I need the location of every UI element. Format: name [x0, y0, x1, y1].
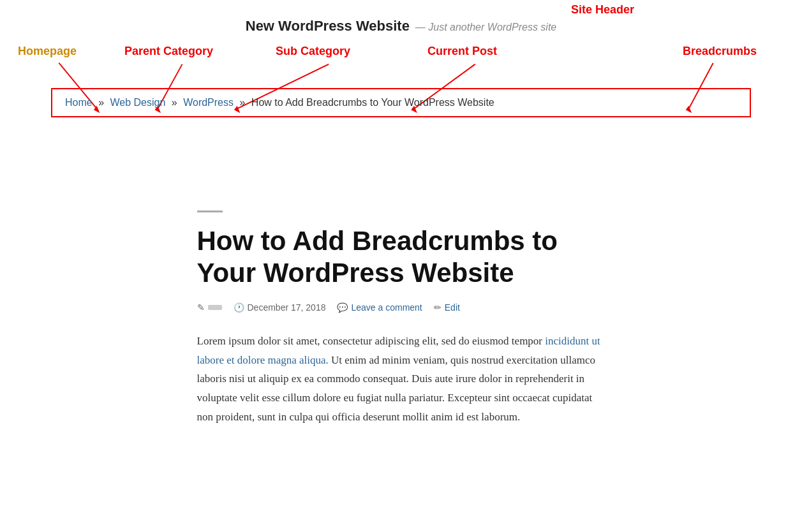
- breadcrumb-sub-link[interactable]: WordPress: [183, 97, 234, 108]
- site-header-section: New WordPress Website — Just another Wor…: [0, 0, 802, 45]
- breadcrumb-sep-3: »: [239, 97, 245, 108]
- sub-category-annotation: Sub Category: [276, 45, 350, 58]
- leave-comment-link[interactable]: Leave a comment: [351, 302, 422, 313]
- breadcrumb-sep-2: »: [172, 97, 177, 108]
- edit-link[interactable]: Edit: [445, 302, 460, 313]
- homepage-annotation: Homepage: [18, 45, 77, 58]
- post-date: December 17, 2018: [248, 302, 326, 313]
- breadcrumb-home-link[interactable]: Home: [65, 97, 93, 108]
- date-meta: 🕐 December 17, 2018: [234, 302, 326, 313]
- author-icon: ✎: [197, 302, 205, 313]
- post-divider: [197, 211, 223, 212]
- site-header-annotation: Site Header: [571, 3, 634, 17]
- current-post-annotation: Current Post: [427, 45, 497, 58]
- post-body: Lorem ipsum dolor sit amet, consectetur …: [197, 332, 605, 427]
- author-meta: ✎: [197, 302, 222, 313]
- breadcrumbs-annotation: Breadcrumbs: [683, 45, 757, 58]
- parent-category-annotation: Parent Category: [124, 45, 213, 58]
- breadcrumb-current: How to Add Breadcrumbs to Your WordPress…: [251, 97, 494, 108]
- edit-icon: ✏: [434, 302, 442, 313]
- site-tagline: — Just another WordPress site: [412, 22, 556, 33]
- breadcrumb-nav: Home » Web Design » WordPress » How to A…: [51, 88, 751, 117]
- breadcrumb-sep-1: »: [98, 97, 104, 108]
- author-avatar: [208, 305, 222, 310]
- breadcrumb-parent-link[interactable]: Web Design: [110, 97, 166, 108]
- main-content: How to Add Breadcrumbs to Your WordPress…: [184, 211, 618, 427]
- body-link: incididunt ut labore et dolore magna ali…: [197, 335, 600, 366]
- post-meta: ✎ 🕐 December 17, 2018 💬 Leave a comment …: [197, 302, 605, 313]
- edit-meta: ✏ Edit: [434, 302, 460, 313]
- comment-icon: 💬: [337, 302, 348, 313]
- post-body-paragraph: Lorem ipsum dolor sit amet, consectetur …: [197, 332, 605, 427]
- clock-icon: 🕐: [234, 302, 244, 313]
- comment-meta: 💬 Leave a comment: [337, 302, 422, 313]
- site-title: New WordPress Website: [246, 18, 410, 34]
- post-title: How to Add Breadcrumbs to Your WordPress…: [197, 225, 605, 290]
